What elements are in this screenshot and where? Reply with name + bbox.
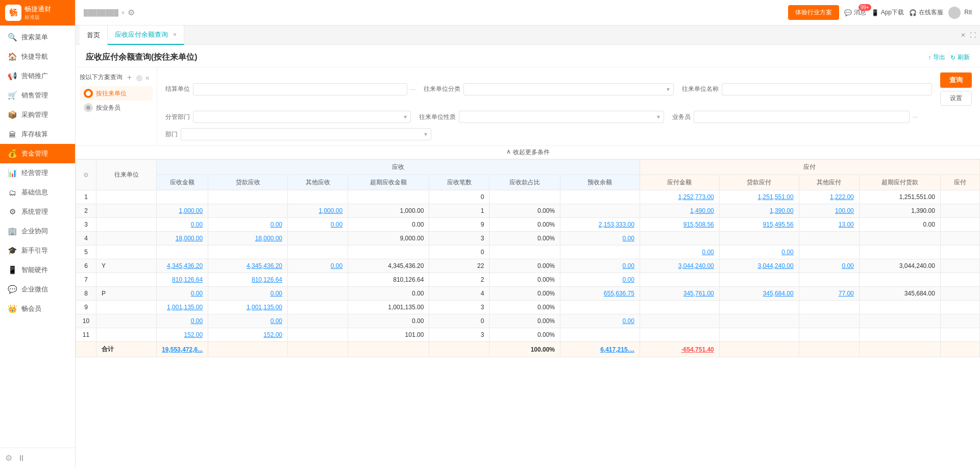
industry-solution-button[interactable]: 体验行业方案: [788, 5, 839, 20]
row-cell[interactable]: 1,001,135.00: [157, 301, 208, 314]
row-cell[interactable]: 1,251,551.00: [719, 190, 799, 204]
collapse-row[interactable]: ∧ 收起更多条件: [76, 146, 980, 159]
salesperson-input[interactable]: [694, 111, 910, 123]
total-spacer: [76, 342, 96, 357]
sidebar-item-quick[interactable]: 🏠 快捷导航: [0, 47, 75, 66]
tab-arquery[interactable]: 应收应付余额查询 ×: [108, 26, 184, 45]
row-cell[interactable]: 1,222.00: [799, 190, 859, 204]
sidebar-item-inventory[interactable]: 🏛 库存核算: [0, 125, 75, 144]
sidebar-item-basic[interactable]: 🗂 基础信息: [0, 183, 75, 202]
row-cell[interactable]: 810,126.64: [208, 273, 288, 287]
row-cell[interactable]: 0.00: [560, 232, 640, 245]
scheme-collapse-icon[interactable]: «: [145, 73, 150, 82]
query-button[interactable]: 查询: [940, 72, 972, 88]
sidebar-item-system[interactable]: ⚙ 系统管理: [0, 202, 75, 221]
row-cell[interactable]: 915,495.56: [719, 218, 799, 232]
add-scheme-icon[interactable]: ＋: [126, 72, 133, 82]
division-select[interactable]: [193, 111, 411, 123]
row-cell[interactable]: 0.00: [719, 245, 799, 259]
settlement-input[interactable]: [193, 83, 407, 95]
app-download-button[interactable]: 📱 App下载: [871, 8, 904, 17]
row-cell[interactable]: 1,000.00: [288, 204, 348, 218]
table-settings-icon[interactable]: ⚙: [83, 171, 89, 179]
unit-nature-select[interactable]: [459, 111, 665, 123]
total-ap-amount[interactable]: -654,751.40: [640, 342, 719, 357]
total-ar-advance[interactable]: 6,417,215....: [560, 342, 640, 357]
row-cell[interactable]: 3,044,240.00: [640, 259, 719, 273]
breadcrumb-gear[interactable]: ⚙: [128, 8, 135, 17]
row-cell[interactable]: 1,001,135.00: [208, 301, 288, 314]
row-cell: 22: [429, 259, 489, 273]
row-cell[interactable]: 0.00: [560, 259, 640, 273]
row-cell[interactable]: 0.00: [157, 314, 208, 328]
sidebar-item-search[interactable]: 🔍 搜索菜单: [0, 28, 75, 47]
row-cell[interactable]: 0.00: [208, 218, 288, 232]
export-button[interactable]: ↑ 导出: [928, 53, 945, 62]
sidebar-item-guide[interactable]: 🎓 新手引导: [0, 241, 75, 260]
window-maximize-icon[interactable]: ⛶: [970, 32, 976, 39]
row-cell[interactable]: 0.00: [560, 273, 640, 287]
sidebar-item-enterprise[interactable]: 🏢 企业协同: [0, 221, 75, 241]
row-cell[interactable]: 152.00: [208, 328, 288, 342]
scheme-item-salesperson[interactable]: 按业务员: [80, 101, 153, 115]
row-cell[interactable]: 18,000.00: [208, 232, 288, 245]
sidebar-item-member[interactable]: 👑 畅会员: [0, 299, 75, 318]
user-profile[interactable]: Rit: [948, 7, 972, 19]
scheme-settings-icon[interactable]: ◎: [136, 73, 142, 82]
row-cell[interactable]: 2,153,333.00: [560, 218, 640, 232]
sidebar-collapse-icon[interactable]: ⏸: [17, 454, 26, 463]
sidebar-item-purchase[interactable]: 📦 采购管理: [0, 105, 75, 125]
settings-button[interactable]: 设置: [940, 91, 972, 106]
row-cell[interactable]: 0.00: [208, 287, 288, 301]
row-cell[interactable]: 100.00: [799, 204, 859, 218]
data-table-wrap: ⚙ 往来单位 应收 应付 应收金额 贷款应收 其他应收 超期应收金额 应收笔数: [76, 159, 980, 357]
row-cell: [940, 232, 979, 245]
row-cell[interactable]: 0.00: [288, 218, 348, 232]
row-cell[interactable]: 0.00: [157, 218, 208, 232]
row-cell[interactable]: 0.00: [288, 259, 348, 273]
row-cell[interactable]: 152.00: [157, 328, 208, 342]
row-cell[interactable]: 345,761.00: [640, 287, 719, 301]
tab-home[interactable]: 首页: [80, 26, 108, 45]
row-cell[interactable]: 1,000.00: [157, 204, 208, 218]
row-cell[interactable]: 0.00: [208, 314, 288, 328]
sidebar-item-marketing[interactable]: 📢 营销推广: [0, 66, 75, 86]
row-cell[interactable]: 77.00: [799, 287, 859, 301]
row-cell[interactable]: 810,126.64: [157, 273, 208, 287]
row-cell[interactable]: 0.00: [157, 287, 208, 301]
scheme-item-unit[interactable]: 按往来单位: [80, 86, 153, 101]
row-cell[interactable]: 0.00: [799, 259, 859, 273]
sidebar-item-wechat[interactable]: 💬 企业微信: [0, 280, 75, 299]
sidebar-item-operations[interactable]: 📊 经营管理: [0, 163, 75, 183]
row-cell: [560, 204, 640, 218]
sidebar-settings-icon[interactable]: ⚙: [5, 453, 12, 463]
row-cell[interactable]: 1,490.00: [640, 204, 719, 218]
refresh-button[interactable]: ↻ 刷新: [950, 53, 970, 62]
total-ar-amount[interactable]: 19,553,472,6...: [157, 342, 208, 357]
row-cell[interactable]: 13.00: [799, 218, 859, 232]
row-cell[interactable]: 0.00: [640, 245, 719, 259]
row-cell[interactable]: 915,508.56: [640, 218, 719, 232]
unit-category-select[interactable]: [463, 83, 674, 95]
row-cell[interactable]: 655,636.75: [560, 287, 640, 301]
settlement-dots-icon[interactable]: ···: [410, 86, 415, 93]
tab-close-icon[interactable]: ×: [173, 31, 177, 38]
row-cell[interactable]: 4,345,436.20: [208, 259, 288, 273]
online-service-button[interactable]: 🎧 在线客服: [909, 8, 943, 17]
window-close-icon[interactable]: ✕: [961, 32, 966, 39]
sidebar-item-sales[interactable]: 🛒 销售管理: [0, 86, 75, 105]
row-cell[interactable]: 1,252,773.00: [640, 190, 719, 204]
breadcrumb: ████████ ▾ ⚙: [84, 8, 783, 17]
row-cell[interactable]: 0.00: [560, 314, 640, 328]
row-cell[interactable]: 18,000.00: [157, 232, 208, 245]
department-select[interactable]: [181, 128, 431, 140]
row-cell[interactable]: 1,390.00: [719, 204, 799, 218]
unit-name-input[interactable]: [722, 83, 932, 95]
row-cell[interactable]: 345,684.00: [719, 287, 799, 301]
salesperson-dots-icon[interactable]: ···: [913, 113, 918, 120]
sidebar-item-fund[interactable]: 💰 资金管理: [0, 144, 75, 163]
row-cell: 4,345,436.20: [348, 259, 429, 273]
sidebar-item-hardware[interactable]: 📱 智能硬件: [0, 260, 75, 280]
row-cell[interactable]: 4,345,436.20: [157, 259, 208, 273]
row-cell[interactable]: 3,044,240.00: [719, 259, 799, 273]
